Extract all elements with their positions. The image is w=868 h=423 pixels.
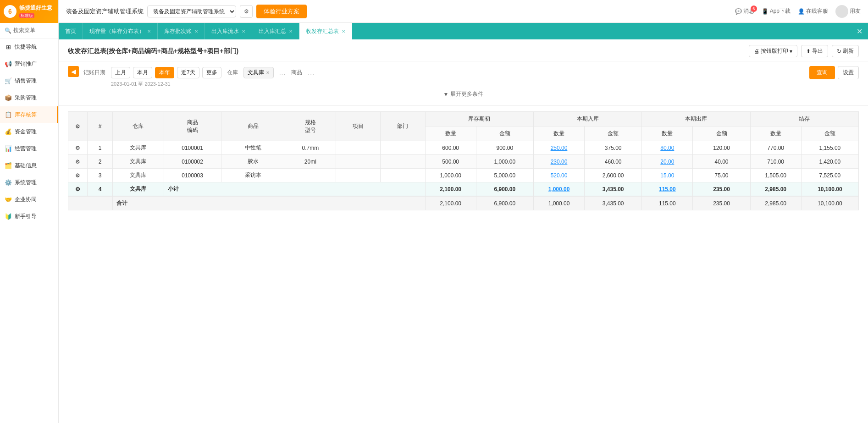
- warehouse-filter-label: 仓库: [227, 69, 238, 77]
- row-close-qty: 770.00: [750, 141, 801, 155]
- row-project: [336, 141, 380, 155]
- tab-label: 出入库汇总: [259, 27, 286, 35]
- user-button[interactable]: 用友: [835, 5, 861, 18]
- row-spec: 0.7mm: [285, 141, 336, 155]
- date-btn-本月[interactable]: 本月: [133, 67, 152, 78]
- table-settings-icon: ⚙: [75, 123, 80, 130]
- tab-close-inout-summary[interactable]: ✕: [289, 29, 293, 34]
- sidebar-item-marketing[interactable]: 📢营销推广: [0, 55, 58, 72]
- tab-close-inout-flow[interactable]: ✕: [242, 29, 245, 34]
- warehouse-ellipsis[interactable]: ...: [279, 69, 286, 77]
- table-total-row: 合计 2,100.00 6,900.00 1,000.00 3,435.00 1…: [68, 196, 859, 210]
- row-dept: [381, 155, 425, 169]
- enterprise-icon: 🤝: [5, 196, 12, 203]
- sidebar-search[interactable]: 🔍 搜索菜单: [0, 23, 58, 38]
- refresh-button[interactable]: ↻ 刷新: [832, 45, 859, 57]
- row-close-amt: 1,155.00: [801, 141, 858, 155]
- in-amt-header: 金额: [585, 126, 642, 141]
- warehouse-tag: 文具库 ✕: [243, 67, 274, 78]
- export-button[interactable]: ⬆ 导出: [801, 45, 828, 57]
- sidebar-item-label: 经营管理: [15, 145, 37, 153]
- purchase-icon: 📦: [5, 94, 12, 102]
- subtotal-label: 小计: [164, 182, 425, 197]
- sidebar-item-finance[interactable]: 💰资金管理: [0, 123, 58, 140]
- tabs-close-all-button[interactable]: ✕: [851, 27, 868, 36]
- sidebar-item-guide[interactable]: 🔰新手引导: [0, 208, 58, 225]
- table-settings-header[interactable]: ⚙: [68, 112, 88, 141]
- sidebar-item-label: 快捷导航: [15, 43, 37, 51]
- trial-button[interactable]: 体验行业方案: [256, 5, 307, 18]
- sidebar-item-inventory[interactable]: 📋库存核算: [0, 106, 58, 123]
- tab-inout-flow[interactable]: 出入库流水✕: [205, 23, 252, 39]
- date-range-display: 2023-01-01 至 2023-12-31: [111, 81, 171, 87]
- system-select[interactable]: 装备及固定资产辅助管理系统: [147, 5, 236, 17]
- row-in-qty[interactable]: 250.00: [533, 141, 584, 155]
- tab-batch[interactable]: 库存批次账✕: [158, 23, 205, 39]
- sidebar-item-basic[interactable]: 🗂️基础信息: [0, 157, 58, 174]
- sidebar-item-operations[interactable]: 📊经营管理: [0, 140, 58, 157]
- search-icon: 🔍: [5, 27, 11, 34]
- date-btn-本年[interactable]: 本年: [155, 67, 174, 78]
- row-name: 胶水: [221, 155, 285, 169]
- tab-stock-dist[interactable]: 现存量（库存分布表）✕: [83, 23, 158, 39]
- expand-filter-button[interactable]: ▼ 展开更多条件: [68, 88, 859, 101]
- basic-icon: 🗂️: [5, 162, 12, 170]
- row-in-qty[interactable]: 230.00: [533, 155, 584, 169]
- message-badge: 6: [751, 5, 757, 12]
- subtotal-settings[interactable]: ⚙: [68, 182, 88, 197]
- in-qty-header: 数量: [533, 126, 584, 141]
- row-open-amt: 900.00: [476, 141, 533, 155]
- sidebar-item-purchase[interactable]: 📦采购管理: [0, 89, 58, 106]
- tab-close-send-recv-summary[interactable]: ✕: [342, 29, 345, 34]
- tab-send-recv-summary[interactable]: 收发存汇总表✕: [299, 23, 352, 39]
- date-btn-上月[interactable]: 上月: [111, 67, 130, 78]
- subtotal-row: ⚙ 4 文具库 小计 2,100.00 6,900.00 1,000.00 3,…: [68, 182, 859, 197]
- row-name: 采访本: [221, 169, 285, 182]
- out-amt-header: 金额: [693, 126, 750, 141]
- row-settings-icon: ⚙: [75, 172, 80, 179]
- finance-icon: 💰: [5, 128, 12, 136]
- row-in-qty[interactable]: 520.00: [533, 169, 584, 182]
- row-out-qty[interactable]: 20.00: [642, 155, 693, 169]
- sidebar-item-label: 新手引导: [15, 213, 37, 220]
- subtotal-open-amt: 6,900.00: [476, 182, 533, 197]
- date-filter-label: 记账日期: [83, 69, 105, 77]
- main-area: 装备及固定资产辅助管理系统 装备及固定资产辅助管理系统 ⚙ 体验行业方案 💬 消…: [59, 0, 868, 423]
- row-settings[interactable]: ⚙: [68, 169, 88, 182]
- sidebar-item-quick-nav[interactable]: ⊞快捷导航: [0, 38, 58, 55]
- total-close-qty: 2,985.00: [750, 196, 801, 210]
- sales-icon: 🛒: [5, 77, 12, 85]
- date-btn-更多[interactable]: 更多: [202, 67, 221, 78]
- tab-home[interactable]: 首页: [59, 23, 83, 39]
- service-icon: 👤: [798, 8, 805, 15]
- chevron-down-icon: ▾: [790, 48, 792, 55]
- sidebar-item-sales[interactable]: 🛒销售管理: [0, 72, 58, 89]
- row-settings[interactable]: ⚙: [68, 155, 88, 169]
- sidebar-item-system[interactable]: ⚙️系统管理: [0, 174, 58, 191]
- settings-gear-button[interactable]: ⚙: [240, 5, 253, 18]
- row-out-qty[interactable]: 15.00: [642, 169, 693, 182]
- row-code: 0100003: [164, 169, 221, 182]
- total-close-amt: 10,100.00: [801, 196, 858, 210]
- tab-close-batch[interactable]: ✕: [194, 29, 198, 34]
- date-btn-近7天[interactable]: 近7天: [177, 67, 199, 78]
- goods-ellipsis[interactable]: ...: [308, 69, 315, 77]
- message-icon: 💬: [735, 8, 742, 15]
- warehouse-tag-close[interactable]: ✕: [266, 70, 270, 75]
- row-settings[interactable]: ⚙: [68, 141, 88, 155]
- filter-set-button[interactable]: 设置: [838, 66, 859, 79]
- query-button[interactable]: 查询: [809, 66, 835, 79]
- row-name: 中性笔: [221, 141, 285, 155]
- app-download-button[interactable]: 📱 App下载: [762, 7, 791, 15]
- filter-collapse-button[interactable]: ◀: [68, 66, 79, 77]
- row-out-qty[interactable]: 80.00: [642, 141, 693, 155]
- total-text: 合计: [113, 196, 425, 210]
- message-button[interactable]: 💬 消息 6: [735, 7, 754, 15]
- tab-close-stock-dist[interactable]: ✕: [147, 29, 151, 34]
- subtotal-open-qty: 2,100.00: [425, 182, 476, 197]
- sidebar-item-enterprise[interactable]: 🤝企业协同: [0, 191, 58, 208]
- tab-inout-summary[interactable]: 出入库汇总✕: [252, 23, 299, 39]
- print-button[interactable]: 🖨 按钮版打印 ▾: [749, 45, 797, 57]
- total-out-qty: 115.00: [642, 196, 693, 210]
- online-service-button[interactable]: 👤 在线客服: [798, 7, 828, 15]
